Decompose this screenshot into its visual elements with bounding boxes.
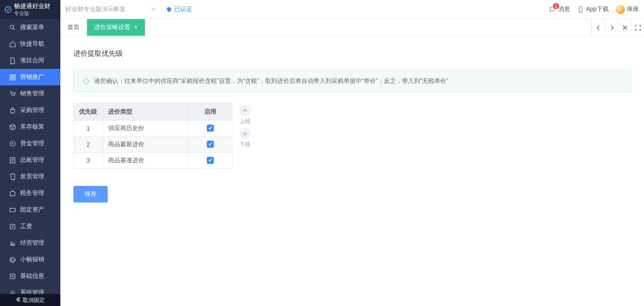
table-row[interactable]: 1供应商历史价 xyxy=(74,121,232,137)
cell-priority: 2 xyxy=(74,137,103,153)
sidebar-item-9[interactable]: 发票管理 xyxy=(0,168,60,185)
sidebar-item-3[interactable]: 营销推广 xyxy=(0,69,60,85)
sidebar-item-label: 工资 xyxy=(20,222,32,231)
sidebar-item-13[interactable]: 经营管理 xyxy=(0,235,60,251)
brand-logo: 畅捷通好业财 专业版 xyxy=(0,0,60,19)
move-up-button[interactable] xyxy=(239,105,251,116)
receipt-icon xyxy=(9,173,16,180)
fullscreen-button[interactable] xyxy=(631,19,644,36)
sidebar-item-0[interactable]: 搜索菜单 xyxy=(0,19,60,36)
sidebar-item-10[interactable]: 税务管理 xyxy=(0,185,60,201)
svg-point-12 xyxy=(12,292,14,294)
close-icon[interactable]: ✕ xyxy=(133,24,138,31)
pin-label: 取消固定 xyxy=(23,296,45,304)
sidebar-item-label: 总账管理 xyxy=(20,156,44,164)
tab-home[interactable]: 首页 xyxy=(60,19,87,36)
cell-type: 商品基准进价 xyxy=(103,153,188,169)
brand-icon xyxy=(4,6,12,14)
org-selector[interactable]: 好业财专业版演示帐套 xyxy=(65,5,156,14)
reimburse-icon xyxy=(9,256,16,263)
priority-table: 优先级 进价类型 启用 1供应商历史价2商品最新进价3商品基准进价 xyxy=(73,103,232,169)
user-name: 珠珠 xyxy=(627,5,639,14)
sidebar-item-label: 库存核算 xyxy=(20,123,44,131)
tab-scroll-right[interactable] xyxy=(605,19,618,36)
svg-point-14 xyxy=(580,11,581,12)
cell-enable xyxy=(188,137,232,153)
info-icon xyxy=(9,273,16,280)
svg-point-1 xyxy=(10,25,14,29)
tax-icon xyxy=(9,190,16,197)
cell-enable xyxy=(188,153,232,169)
save-button[interactable]: 保存 xyxy=(73,186,108,202)
sidebar-item-8[interactable]: 总账管理 xyxy=(0,152,60,168)
sidebar-item-7[interactable]: 资金管理 xyxy=(0,135,60,152)
phone-icon xyxy=(577,6,584,13)
checkbox-checked-icon[interactable] xyxy=(207,125,214,132)
messages-badge: 1 xyxy=(553,3,559,9)
sidebar-item-label: 采购管理 xyxy=(20,106,44,115)
tab-active-label: 进价策略设置 xyxy=(94,23,130,32)
tab-scroll-left[interactable] xyxy=(592,19,605,36)
page-title: 进价提取优先级 xyxy=(73,49,631,58)
col-priority: 优先级 xyxy=(74,104,103,121)
chevron-down-icon xyxy=(151,6,156,13)
sidebar-item-11[interactable]: 固定资产 xyxy=(0,201,60,218)
cart-icon xyxy=(9,90,16,97)
verified-badge: 已认证 xyxy=(166,5,192,14)
sidebar-pin-toggle[interactable]: 取消固定 xyxy=(0,294,60,306)
box-icon xyxy=(9,124,16,131)
sidebar-item-label: 基础信息 xyxy=(20,272,44,280)
sidebar-item-5[interactable]: 采购管理 xyxy=(0,102,60,119)
sidebar: 搜索菜单快捷导航项目合同营销推广销售管理采购管理库存核算资金管理总账管理发票管理… xyxy=(0,19,60,306)
sidebar-item-label: 营销推广 xyxy=(20,73,44,81)
tab-price-strategy[interactable]: 进价策略设置 ✕ xyxy=(87,19,145,36)
sidebar-item-6[interactable]: 库存核算 xyxy=(0,119,60,135)
bag-icon xyxy=(9,107,16,114)
app-download-button[interactable]: App下载 xyxy=(577,5,609,14)
user-menu[interactable]: 珠珠 xyxy=(616,5,639,14)
cell-type: 商品最新进价 xyxy=(103,137,188,153)
sidebar-item-14[interactable]: 小畅报销 xyxy=(0,251,60,268)
sidebar-item-1[interactable]: 快捷导航 xyxy=(0,36,60,52)
notice-banner: 请您确认：往来单位中的供应商“采购报价含税”设置，为“含税”，取到进价后将自动带… xyxy=(73,70,631,92)
coin-icon xyxy=(9,140,16,147)
message-icon: 1 xyxy=(549,6,556,13)
col-enable: 启用 xyxy=(188,104,232,121)
doc-icon xyxy=(9,57,16,64)
checkbox-checked-icon[interactable] xyxy=(207,141,214,148)
notice-text: 请您确认：往来单位中的供应商“采购报价含税”设置，为“含税”，取到进价后将自动带… xyxy=(94,77,448,85)
sidebar-item-15[interactable]: 基础信息 xyxy=(0,268,60,284)
asset-icon xyxy=(9,207,16,214)
svg-rect-3 xyxy=(13,74,15,76)
checkbox-checked-icon[interactable] xyxy=(207,157,214,164)
svg-rect-2 xyxy=(10,74,12,76)
sidebar-item-label: 小畅报销 xyxy=(20,255,44,264)
cell-priority: 1 xyxy=(74,121,103,137)
messages-label: 消息 xyxy=(558,5,570,14)
move-up-label: 上移 xyxy=(239,118,251,125)
table-row[interactable]: 3商品基准进价 xyxy=(74,153,232,169)
svg-rect-5 xyxy=(13,78,15,80)
table-row[interactable]: 2商品最新进价 xyxy=(74,137,232,153)
brand-name: 畅捷通好业财 xyxy=(14,3,50,10)
brand-edition: 专业版 xyxy=(14,10,50,17)
sidebar-item-12[interactable]: 工资 xyxy=(0,218,60,235)
messages-button[interactable]: 1 消息 xyxy=(549,5,570,14)
home-icon xyxy=(9,41,16,48)
sidebar-item-label: 经营管理 xyxy=(20,239,44,247)
col-type: 进价类型 xyxy=(103,104,188,121)
sidebar-item-2[interactable]: 项目合同 xyxy=(0,52,60,69)
sidebar-item-label: 销售管理 xyxy=(20,89,44,98)
tab-close-all[interactable] xyxy=(618,19,631,36)
sidebar-item-4[interactable]: 销售管理 xyxy=(0,85,60,102)
top-header: 好业财专业版演示帐套 已认证 1 消息 App下载 珠珠 xyxy=(60,0,644,19)
move-down-label: 下移 xyxy=(239,141,251,148)
move-down-button[interactable] xyxy=(239,128,251,139)
svg-point-10 xyxy=(10,257,16,262)
sidebar-item-label: 快捷导航 xyxy=(20,40,44,48)
shield-icon xyxy=(166,7,172,13)
tab-home-label: 首页 xyxy=(67,23,79,32)
verified-label: 已认证 xyxy=(174,5,192,14)
pin-arrow-icon xyxy=(16,297,21,303)
cell-enable xyxy=(188,121,232,137)
